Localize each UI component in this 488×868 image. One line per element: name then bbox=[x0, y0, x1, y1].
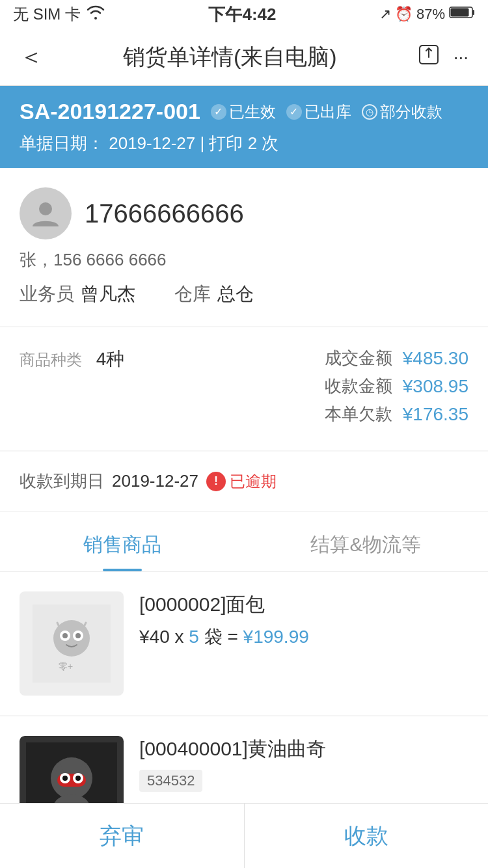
customer-section: 17666666666 张，156 6666 6666 业务员 曾凡杰 仓库 总… bbox=[0, 168, 488, 326]
status-left: 无 SIM 卡 bbox=[13, 4, 105, 25]
product-type-row: 商品种类 4种 bbox=[20, 347, 124, 372]
tab-settlement[interactable]: 结算&物流等 bbox=[244, 512, 488, 571]
overdue-icon: ! bbox=[206, 472, 226, 491]
payment-row: 收款金额 ¥308.95 bbox=[325, 375, 468, 398]
summary-right: 成交金额 ¥485.30 收款金额 ¥308.95 本单欠款 ¥176.35 bbox=[325, 347, 468, 431]
svg-text:零+: 零+ bbox=[59, 661, 73, 671]
due-date-label: 收款到期日 bbox=[20, 470, 104, 493]
order-date: 单据日期： 2019-12-27 | 打印 2 次 bbox=[20, 132, 468, 155]
product-qty-1: 5 bbox=[189, 627, 199, 647]
warehouse-value: 总仓 bbox=[217, 282, 254, 306]
cancel-review-button[interactable]: 弃审 bbox=[0, 804, 245, 868]
location-icon: ↗ bbox=[379, 6, 391, 23]
tab-settlement-label: 结算&物流等 bbox=[310, 534, 421, 555]
summary-left: 商品种类 4种 bbox=[20, 347, 124, 374]
product-name-2: [000400001]黄油曲奇 bbox=[139, 736, 468, 763]
due-date-value: 2019-12-27 bbox=[112, 471, 198, 491]
product-code-1: [0000002] bbox=[139, 593, 226, 615]
alarm-icon: ⏰ bbox=[395, 6, 413, 23]
order-id: SA-20191227-001 bbox=[20, 99, 200, 124]
product-price-1: ¥40 x 5 袋 = ¥199.99 bbox=[139, 625, 468, 649]
svg-rect-2 bbox=[450, 8, 468, 17]
customer-name-phone: 张，156 6666 6666 bbox=[20, 249, 468, 271]
badge-shipped: ✓ 已出库 bbox=[286, 102, 351, 122]
check-icon-2: ✓ bbox=[286, 104, 302, 120]
summary-section: 商品种类 4种 成交金额 ¥485.30 收款金额 ¥308.95 本单欠款 ¥… bbox=[0, 327, 488, 450]
warehouse-label: 仓库 bbox=[174, 282, 211, 306]
nav-bar: ＜ 销货单详情(来自电脑) ··· bbox=[0, 29, 488, 86]
amount-label: 成交金额 bbox=[325, 347, 392, 370]
share-button[interactable] bbox=[417, 43, 441, 71]
battery-label: 87% bbox=[416, 6, 445, 23]
svg-point-4 bbox=[39, 202, 52, 215]
due-section: 收款到期日 2019-12-27 ! 已逾期 bbox=[0, 452, 488, 511]
debt-value: ¥176.35 bbox=[403, 404, 468, 425]
product-sku-badge: 534532 bbox=[139, 770, 202, 792]
back-button[interactable]: ＜ bbox=[20, 41, 43, 73]
amount-row: 成交金额 ¥485.30 bbox=[325, 347, 468, 370]
svg-point-18 bbox=[75, 776, 81, 781]
status-right: ↗ ⏰ 87% bbox=[379, 6, 475, 23]
product-info-1: [0000002]面包 ¥40 x 5 袋 = ¥199.99 bbox=[139, 591, 468, 649]
product-type-label: 商品种类 bbox=[20, 351, 82, 368]
status-time: 下午4:42 bbox=[208, 3, 276, 26]
collect-payment-label: 收款 bbox=[344, 821, 388, 851]
collect-payment-button[interactable]: 收款 bbox=[245, 804, 489, 868]
product-total-1: ¥199.99 bbox=[243, 627, 309, 647]
cancel-review-label: 弃审 bbox=[100, 821, 144, 851]
order-banner: SA-20191227-001 ✓ 已生效 ✓ 已出库 ◷ 部分收款 单据日期：… bbox=[0, 86, 488, 168]
tabs-row: 销售商品 结算&物流等 bbox=[0, 512, 488, 571]
tab-underline bbox=[103, 569, 142, 571]
product-type-count: 4种 bbox=[96, 349, 125, 369]
status-bar: 无 SIM 卡 下午4:42 ↗ ⏰ 87% bbox=[0, 0, 488, 29]
page-title: 销货单详情(来自电脑) bbox=[123, 42, 337, 72]
avatar bbox=[20, 187, 72, 239]
customer-phone: 17666666666 bbox=[85, 199, 244, 228]
svg-point-17 bbox=[62, 776, 68, 781]
more-button[interactable]: ··· bbox=[454, 47, 468, 68]
badge-active: ✓ 已生效 bbox=[211, 102, 276, 122]
overdue-badge: ! 已逾期 bbox=[206, 471, 277, 492]
wifi-icon bbox=[86, 5, 105, 23]
warehouse-row: 仓库 总仓 bbox=[174, 282, 254, 306]
svg-point-10 bbox=[75, 633, 81, 638]
debt-row: 本单欠款 ¥176.35 bbox=[325, 403, 468, 426]
list-item: 零+ [0000002]面包 ¥40 x 5 袋 = ¥199.99 bbox=[0, 572, 488, 715]
sales-rep-row: 业务员 曾凡杰 bbox=[20, 282, 135, 306]
payment-label: 收款金额 bbox=[325, 375, 392, 398]
check-icon-1: ✓ bbox=[211, 104, 226, 120]
sales-rep-label: 业务员 bbox=[20, 282, 74, 306]
amount-value: ¥485.30 bbox=[403, 348, 468, 369]
tab-sales-goods[interactable]: 销售商品 bbox=[0, 512, 244, 571]
carrier-label: 无 SIM 卡 bbox=[13, 4, 81, 25]
customer-meta: 业务员 曾凡杰 仓库 总仓 bbox=[20, 282, 468, 306]
payment-value: ¥308.95 bbox=[403, 376, 468, 397]
badge-partial: ◷ 部分收款 bbox=[362, 102, 442, 122]
bottom-bar: 弃审 收款 bbox=[0, 803, 488, 868]
svg-point-9 bbox=[62, 633, 68, 638]
nav-left: ＜ bbox=[20, 41, 43, 73]
product-thumb-1: 零+ bbox=[20, 591, 124, 696]
tabs-section: 销售商品 结算&物流等 bbox=[0, 512, 488, 572]
overdue-label: 已逾期 bbox=[230, 471, 277, 492]
clock-icon: ◷ bbox=[362, 104, 377, 120]
product-name-1: [0000002]面包 bbox=[139, 591, 468, 618]
tab-sales-goods-label: 销售商品 bbox=[83, 534, 161, 555]
sales-rep-value: 曾凡杰 bbox=[81, 282, 135, 306]
product-code-2: [000400001] bbox=[139, 738, 248, 759]
nav-right: ··· bbox=[417, 43, 468, 71]
svg-rect-1 bbox=[472, 10, 474, 15]
debt-label: 本单欠款 bbox=[325, 403, 392, 426]
battery-icon bbox=[449, 6, 475, 23]
